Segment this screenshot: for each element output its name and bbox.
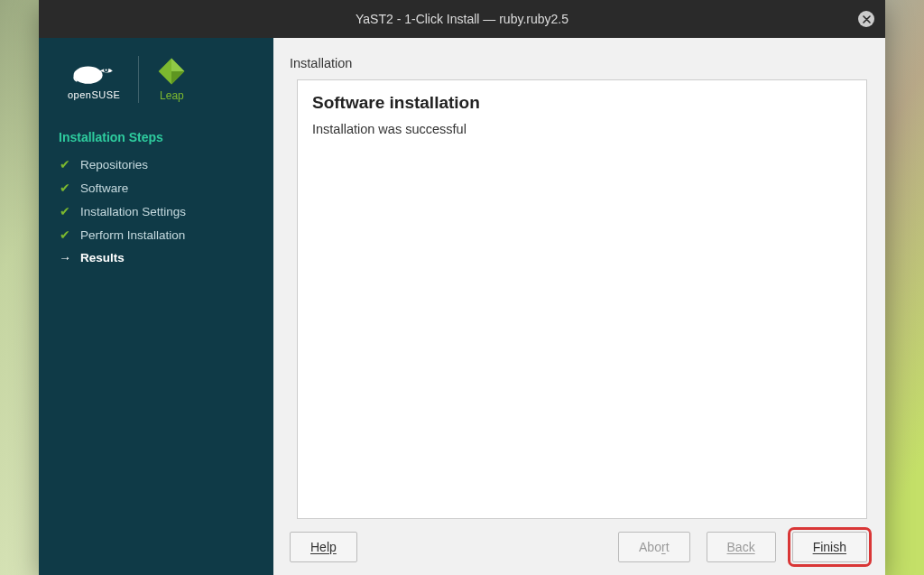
finish-button[interactable]: Finish xyxy=(792,532,867,562)
step-label: Repositories xyxy=(80,158,148,172)
step-label: Software xyxy=(80,181,128,195)
abort-button-label: Abort xyxy=(639,540,669,554)
logo-divider xyxy=(138,56,139,103)
step-label: Perform Installation xyxy=(80,228,185,242)
window-body: openSUSE Leap Installation Steps ✔ Repos… xyxy=(39,38,885,575)
opensuse-logo: openSUSE xyxy=(68,59,120,100)
titlebar: YaST2 - 1-Click Install — ruby.ruby2.5 xyxy=(39,0,885,38)
leap-brand-text: Leap xyxy=(160,89,184,102)
result-panel: Software installation Installation was s… xyxy=(297,79,867,519)
button-row: Help Abort Back Finish xyxy=(288,530,871,562)
back-button: Back xyxy=(707,532,776,562)
leap-diamond-icon xyxy=(157,57,186,86)
help-button[interactable]: Help xyxy=(290,532,357,562)
close-icon xyxy=(863,15,871,23)
panel-message: Installation was successful xyxy=(312,122,852,136)
abort-button: Abort xyxy=(618,532,689,562)
svg-point-2 xyxy=(106,70,107,71)
leap-logo: Leap xyxy=(157,57,186,102)
opensuse-brand-text: openSUSE xyxy=(68,89,120,100)
back-button-label: Back xyxy=(727,540,755,554)
check-icon: ✔ xyxy=(59,227,71,242)
step-software: ✔ Software xyxy=(59,181,273,195)
window: YaST2 - 1-Click Install — ruby.ruby2.5 o… xyxy=(39,0,885,575)
steps-list: ✔ Repositories ✔ Software ✔ Installation… xyxy=(59,157,273,264)
step-label: Results xyxy=(80,251,125,264)
window-title: YaST2 - 1-Click Install — ruby.ruby2.5 xyxy=(356,12,568,26)
check-icon: ✔ xyxy=(59,204,71,218)
sidebar: openSUSE Leap Installation Steps ✔ Repos… xyxy=(39,38,273,575)
step-label: Installation Settings xyxy=(80,205,186,218)
svg-point-0 xyxy=(74,67,103,84)
step-perform-installation: ✔ Perform Installation xyxy=(59,227,273,242)
chameleon-icon xyxy=(72,59,116,86)
arrow-right-icon: → xyxy=(59,251,71,264)
step-repositories: ✔ Repositories xyxy=(59,157,273,172)
step-results: → Results xyxy=(59,251,273,264)
main-content: Installation Software installation Insta… xyxy=(273,38,885,575)
section-label: Installation xyxy=(288,51,871,79)
panel-heading: Software installation xyxy=(312,93,852,113)
steps-title: Installation Steps xyxy=(59,130,273,144)
logo-row: openSUSE Leap xyxy=(68,56,273,103)
step-installation-settings: ✔ Installation Settings xyxy=(59,204,273,218)
check-icon: ✔ xyxy=(59,181,71,195)
check-icon: ✔ xyxy=(59,157,71,172)
finish-button-label: Finish xyxy=(813,540,846,554)
close-button[interactable] xyxy=(858,11,874,27)
help-button-label: Help xyxy=(310,540,337,554)
